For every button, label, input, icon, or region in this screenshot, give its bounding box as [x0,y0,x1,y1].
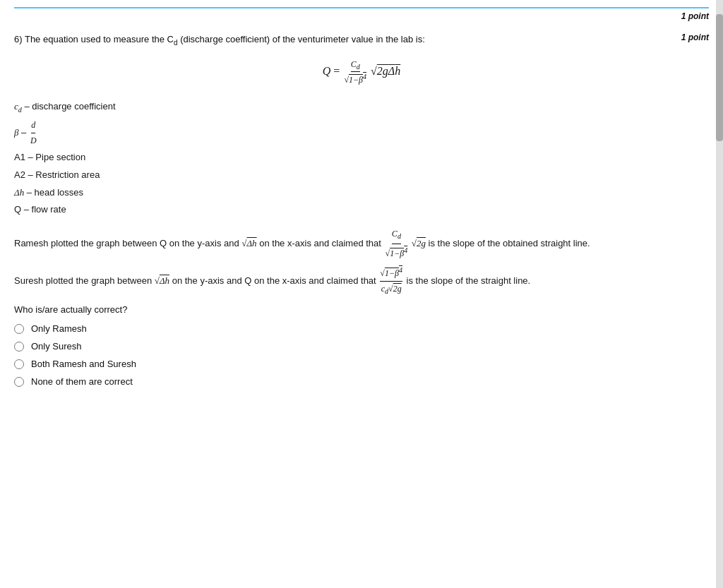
cd-subscript: d [174,39,178,47]
formula-eq: = [333,65,342,77]
ramesh-fraction: Cd √1−β4 [386,227,408,260]
def-beta: β – d D [14,119,709,148]
radio-none[interactable] [14,377,24,387]
option-suresh-label: Only Suresh [31,341,82,352]
def-beta-fraction: d D [30,119,37,148]
formula-fraction1: Cd √1−β4 [344,59,366,85]
question-header: 6) The equation used to measure the Cd (… [14,32,709,48]
radio-suresh[interactable] [14,342,24,352]
formula-sqrt2gah: √2gΔh [371,65,400,77]
question-block: 6) The equation used to measure the Cd (… [14,32,709,387]
option-both-label: Both Ramesh and Suresh [31,359,136,369]
scenario-suresh: Suresh plotted the graph between √Δh on … [14,265,709,298]
options-list: Only Ramesh Only Suresh Both Ramesh and … [14,323,709,387]
radio-ramesh[interactable] [14,324,24,334]
radio-both[interactable] [14,359,24,369]
option-ramesh-label: Only Ramesh [31,323,87,334]
scrollbar-thumb[interactable] [716,14,723,141]
question-text-part1: The equation used to measure the C [25,34,174,44]
question-number: 6) [14,34,23,44]
option-none[interactable]: None of them are correct [14,376,709,387]
def-cd: cd – discharge coefficient [14,100,709,116]
question-points: 1 point [681,32,709,42]
fraction-denominator: √1−β4 [344,72,366,85]
formula: Q = Cd √1−β4 √2gΔh [323,65,400,77]
definitions-block: cd – discharge coefficient β – d D A1 – … [14,100,709,217]
scrollbar[interactable] [716,0,723,588]
def-a2: A2 – Restriction area [14,168,709,183]
formula-block: Q = Cd √1−β4 √2gΔh [14,59,709,85]
top-points-label: 1 point [681,11,709,21]
def-q: Q – flow rate [14,203,709,217]
def-a1: A1 – Pipe section [14,150,709,165]
suresh-fraction: √1−β4 cd√2g [380,265,402,298]
option-suresh[interactable]: Only Suresh [14,341,709,352]
question-text: 6) The equation used to measure the Cd (… [14,32,667,48]
def-deltah: Δh – head losses [14,186,709,200]
option-ramesh[interactable]: Only Ramesh [14,323,709,334]
scenario-ramesh: Ramesh plotted the graph between Q on th… [14,227,709,260]
scenario-block: Ramesh plotted the graph between Q on th… [14,227,709,297]
question-text-part2: (discharge coefficient) of the venturime… [180,34,425,44]
formula-q: Q [323,65,331,77]
option-both[interactable]: Both Ramesh and Suresh [14,359,709,369]
top-bar: 1 point [14,7,709,27]
fraction-numerator: Cd [351,59,360,72]
question-who: Who is/are actually correct? [14,304,709,315]
option-none-label: None of them are correct [31,376,133,387]
page-container: 1 point 6) The equation used to measure … [0,0,723,588]
